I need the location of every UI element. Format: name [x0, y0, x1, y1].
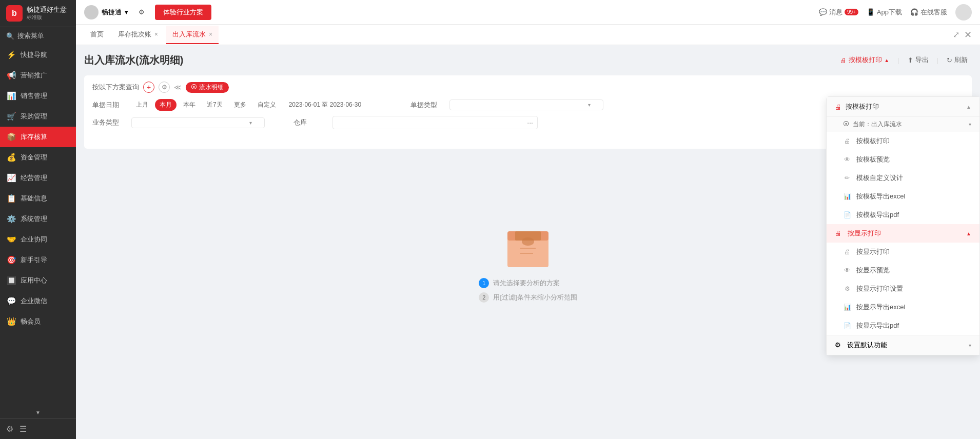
user-avatar[interactable] [955, 4, 972, 21]
dropdown-template-export-excel[interactable]: 📊 按模板导出excel [827, 187, 979, 206]
sidebar-item-apps[interactable]: 🔲 应用中心 [0, 270, 76, 291]
warehouse-select[interactable]: ··· [332, 116, 538, 129]
date-btn-7days[interactable]: 近7天 [202, 99, 227, 111]
display-section-label: 按显示打印 [848, 229, 881, 237]
sidebar-item-purchase[interactable]: 🛒 采购管理 [0, 106, 76, 127]
template-custom-label: 模板自定义设计 [856, 173, 903, 183]
marketing-icon: 📢 [6, 70, 16, 81]
search-icon: 🔍 [6, 32, 14, 40]
empty-steps: 1 请先选择要分析的方案 2 用[过滤]条件来缩小分析范围 [479, 278, 577, 303]
dropdown-footer[interactable]: ⚙ 设置默认功能 ▾ [827, 335, 979, 355]
empty-icon [497, 218, 559, 270]
app-download-label: App下载 [877, 8, 902, 17]
online-service-action[interactable]: 🎧 在线客服 [910, 8, 947, 17]
menu-toggle-icon[interactable]: ☰ [19, 424, 27, 434]
dropdown-display-preview[interactable]: 👁 按显示预览 [827, 261, 979, 280]
sidebar-item-guide[interactable]: 🎯 新手引导 [0, 250, 76, 270]
dropdown-display-section-header[interactable]: 🖨 按显示打印 ▲ [827, 224, 979, 243]
filter-add-button[interactable]: + [143, 82, 154, 93]
template-preview-icon: 👁 [843, 155, 851, 164]
settings-icon[interactable]: ⚙ [6, 424, 13, 434]
dropdown-display-print[interactable]: 🖨 按显示打印 [827, 243, 979, 261]
online-service-label: 在线客服 [920, 8, 947, 17]
refresh-icon: ↻ [947, 56, 952, 64]
tab-bar: 首页 库存批次账 × 出入库流水 × ⤢ ✕ [76, 25, 980, 45]
print-template-button[interactable]: 🖨 按模板打印 ▲ [836, 53, 893, 67]
export-icon: ⬆ [908, 56, 913, 64]
main-content: 畅捷通 ▾ ⚙ 体验行业方案 💬 消息 99+ 📱 App下载 🎧 [76, 0, 980, 439]
biz-type-select[interactable]: ▾ [131, 117, 265, 128]
dropdown-template-custom[interactable]: ✏ 模板自定义设计 [827, 169, 979, 187]
dropdown-current-section[interactable]: ⦿ 当前：出入库流水 ▾ [827, 117, 979, 132]
filter-collapse-button[interactable]: ≪ [174, 83, 182, 91]
display-excel-icon: 📊 [843, 303, 851, 311]
purchase-icon: 🛒 [6, 111, 16, 122]
date-btn-custom[interactable]: 自定义 [253, 99, 281, 111]
date-btn-this-year[interactable]: 本年 [179, 99, 200, 111]
filter-tag[interactable]: ⦿ 流水明细 [186, 82, 229, 93]
sidebar-item-label: 快捷导航 [21, 50, 47, 59]
tab-close-all-button[interactable]: ⤢ [953, 30, 959, 39]
print-dropdown-panel: 🖨 按模板打印 ▲ ⦿ 当前：出入库流水 ▾ 🖨 按模板打印 [826, 96, 980, 355]
message-icon: 💬 [819, 8, 827, 16]
sidebar-item-member[interactable]: 👑 畅会员 [0, 311, 76, 332]
dropdown-template-preview[interactable]: 👁 按模板预览 [827, 150, 979, 169]
search-menu[interactable]: 🔍 搜索菜单 [0, 27, 76, 45]
gear-button[interactable]: ⚙ [134, 5, 149, 19]
user-info[interactable]: 畅捷通 ▾ [84, 5, 128, 19]
tab-home[interactable]: 首页 [84, 26, 110, 44]
sidebar-item-basic[interactable]: 📋 基础信息 [0, 188, 76, 209]
dropdown-header[interactable]: 🖨 按模板打印 ▲ [827, 97, 979, 117]
date-label: 单据日期 [92, 101, 123, 110]
footer-arrow-icon: ▾ [969, 343, 971, 348]
sidebar-item-inventory[interactable]: 📦 库存核算 [0, 127, 76, 147]
biz-type-label: 业务类型 [92, 118, 123, 127]
tab-flow[interactable]: 出入库流水 × [166, 26, 219, 44]
date-btn-this-month[interactable]: 本月 [155, 99, 177, 111]
sidebar-item-marketing[interactable]: 📢 营销推广 [0, 65, 76, 86]
dropdown-display-export-excel[interactable]: 📊 按显示导出excel [827, 298, 979, 316]
export-button[interactable]: ⬆ 导出 [904, 53, 933, 67]
printer-header-icon: 🖨 [835, 103, 841, 111]
date-btn-last-month[interactable]: 上月 [131, 99, 153, 111]
tab-flow-label: 出入库流水 [172, 30, 206, 39]
warehouse-label: 仓库 [293, 118, 324, 127]
sidebar-item-operations[interactable]: 📈 经营管理 [0, 168, 76, 188]
sidebar-item-finance[interactable]: 💰 资金管理 [0, 147, 76, 168]
message-action[interactable]: 💬 消息 99+ [819, 8, 858, 17]
dropdown-display-print-settings[interactable]: ⚙ 按显示打印设置 [827, 280, 979, 298]
toolbar: 🖨 按模板打印 ▲ | ⬆ 导出 | ↻ 刷新 [836, 53, 972, 67]
user-name: 畅捷通 [102, 8, 122, 17]
date-btn-more[interactable]: 更多 [229, 99, 251, 111]
tab-batch-account-close[interactable]: × [154, 31, 158, 38]
doc-type-label: 单据类型 [410, 101, 441, 110]
dropdown-template-print[interactable]: 🖨 按模板打印 [827, 132, 979, 150]
tab-batch-account[interactable]: 库存批次账 × [112, 26, 164, 44]
dropdown-display-export-pdf[interactable]: 📄 按显示导出pdf [827, 316, 979, 335]
sidebar-item-label: 营销推广 [21, 71, 47, 80]
sidebar-item-collab[interactable]: 🤝 企业协同 [0, 229, 76, 250]
avatar [84, 5, 99, 19]
refresh-button[interactable]: ↻ 刷新 [943, 53, 972, 67]
date-range: 2023-06-01 至 2023-06-30 [289, 101, 361, 109]
doc-type-select[interactable]: ▾ [449, 99, 603, 110]
sidebar-item-system[interactable]: ⚙️ 系统管理 [0, 209, 76, 229]
sidebar-item-label: 经营管理 [21, 173, 47, 183]
industry-btn[interactable]: 体验行业方案 [155, 5, 211, 20]
sidebar-item-label: 企业协同 [21, 235, 47, 244]
empty-step-2: 2 用[过滤]条件来缩小分析范围 [479, 292, 577, 303]
dropdown-template-export-pdf[interactable]: 📄 按模板导出pdf [827, 206, 979, 224]
scroll-down-arrow[interactable]: ▼ [35, 410, 41, 415]
tab-expand-icon[interactable]: ✕ [964, 29, 972, 41]
tab-flow-close[interactable]: × [209, 31, 212, 38]
sidebar-item-quick-nav[interactable]: ⚡ 快捷导航 [0, 45, 76, 65]
sidebar-item-wechat[interactable]: 💬 企业微信 [0, 291, 76, 311]
chevron-up-icon: ▲ [884, 57, 889, 63]
print-template-label: 按模板打印 [849, 55, 882, 65]
sidebar-item-sales[interactable]: 📊 销售管理 [0, 86, 76, 106]
search-label: 搜索菜单 [17, 31, 44, 41]
filter-settings-button[interactable]: ⚙ [159, 82, 170, 93]
app-download-action[interactable]: 📱 App下载 [867, 8, 902, 17]
filter-label: 按以下方案查询 [92, 83, 139, 92]
wechat-icon: 💬 [6, 296, 16, 306]
